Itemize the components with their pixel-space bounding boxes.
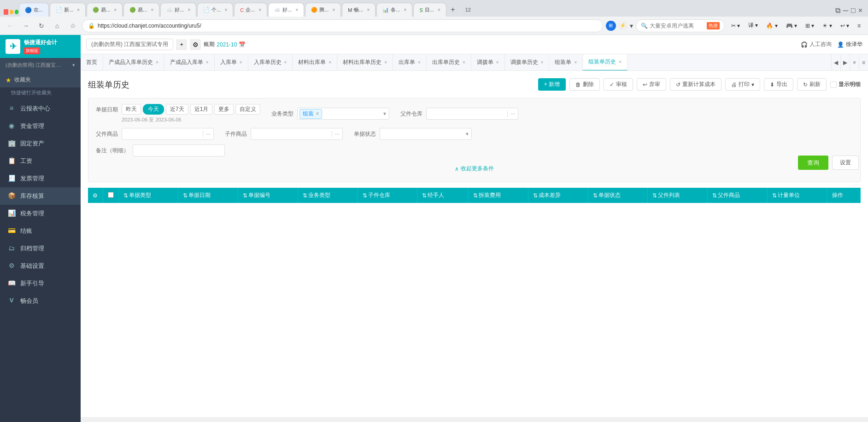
nav-tab-assemble[interactable]: 组装单 × xyxy=(549,54,583,71)
browser-tab-2[interactable]: 📄 新... × xyxy=(50,3,86,17)
nav-tab-mat-out[interactable]: 材料出库单 × xyxy=(293,54,337,71)
browser-tab-6[interactable]: 📄 个... × xyxy=(197,3,233,17)
column-settings-icon[interactable]: ⚙ xyxy=(93,192,98,199)
address-bar[interactable]: 🔒 https://cloud.chanjet.com/accounting/u… xyxy=(82,19,603,32)
tab-more-options[interactable]: ≡ xyxy=(859,54,868,71)
business-type-input-area[interactable]: 组装 × ▾ xyxy=(297,108,389,120)
browser-tab-7[interactable]: C 企... × xyxy=(234,3,267,17)
theme-btn[interactable]: ☀ ▾ xyxy=(819,22,835,30)
th-disassemble-cost[interactable]: ⇅ 拆装费用 xyxy=(469,188,528,203)
parent-warehouse-input-field[interactable] xyxy=(427,110,507,117)
recalculate-btn[interactable]: ↺ 重新计算成本 xyxy=(670,78,721,91)
query-btn[interactable]: 查询 xyxy=(798,156,828,170)
calendar-icon[interactable]: 📅 xyxy=(239,41,246,48)
sidebar-item-checkout[interactable]: 💳 结账 xyxy=(0,222,81,240)
sidebar-item-fixed-assets[interactable]: 🏢 固定资产 xyxy=(0,135,81,152)
win-min[interactable] xyxy=(10,10,13,14)
tab-close-2[interactable]: × xyxy=(77,7,80,12)
order-status-input[interactable] xyxy=(380,131,463,137)
parent-warehouse-input[interactable]: ··· xyxy=(426,108,518,120)
sidebar-item-cloud-report[interactable]: ≡ 云报表中心 xyxy=(0,100,81,117)
parent-goods-more[interactable]: ··· xyxy=(203,131,213,137)
translate-btn[interactable]: 译 ▾ xyxy=(745,21,762,30)
date-custom-btn[interactable]: 自定义 xyxy=(235,104,260,115)
th-unit[interactable]: ⇅ 计量单位 xyxy=(768,188,827,203)
back-btn[interactable]: ← xyxy=(4,19,17,32)
close-in-hist[interactable]: × xyxy=(284,60,287,65)
close-out-order[interactable]: × xyxy=(418,60,421,65)
child-goods-more[interactable]: ··· xyxy=(332,131,342,137)
nav-tab-in-hist[interactable]: 入库单历史 × xyxy=(248,54,293,71)
th-order-no[interactable]: ⇅ 单据编号 xyxy=(238,188,298,203)
search-input[interactable] xyxy=(650,23,705,29)
th-order-status[interactable]: ⇅ 单据状态 xyxy=(588,188,648,203)
child-goods-input[interactable]: ··· xyxy=(251,128,343,140)
date-1month-btn[interactable]: 近1月 xyxy=(190,104,213,115)
sidebar-favorites[interactable]: ★ 收藏夹 xyxy=(0,72,81,87)
sidebar-item-tax[interactable]: 📊 税务管理 xyxy=(0,205,81,222)
close-mat-out-hist[interactable]: × xyxy=(384,60,387,65)
ext-dropdown[interactable]: ▾ xyxy=(630,22,633,29)
maximize-btn[interactable]: □ xyxy=(851,6,856,15)
th-parent-goods[interactable]: ⇅ 父件商品 xyxy=(708,188,768,203)
close-assemble[interactable]: × xyxy=(574,60,577,65)
nav-tab-prod-in-hist[interactable]: 产成品入库单历史 × xyxy=(103,54,164,71)
nav-tab-assemble-hist[interactable]: 组装单历史 × xyxy=(583,54,628,71)
sidebar-item-archive[interactable]: 🗂 归档管理 xyxy=(0,240,81,257)
game-btn[interactable]: 🎮 ▾ xyxy=(782,22,801,30)
forward-btn[interactable]: → xyxy=(19,19,32,32)
close-prod-in[interactable]: × xyxy=(206,60,209,65)
abandon-btn[interactable]: ↩ 弃审 xyxy=(637,78,666,91)
notes-input[interactable] xyxy=(133,145,225,156)
close-window-btn[interactable]: × xyxy=(858,6,862,15)
sidebar-item-invoice[interactable]: 🧾 发票管理 xyxy=(0,170,81,187)
bookmark-btn[interactable]: ☆ xyxy=(66,19,79,32)
browser-tab-3[interactable]: 🟢 易... × xyxy=(87,3,123,17)
ext-grid[interactable]: ⊞ xyxy=(606,21,616,31)
date-7days-btn[interactable]: 近7天 xyxy=(166,104,188,115)
date-today-btn[interactable]: 今天 xyxy=(143,104,164,115)
business-type-dropdown[interactable]: ▾ xyxy=(381,110,389,117)
browser-tab-12[interactable]: S 目... × xyxy=(413,3,446,17)
nav-tab-adjust[interactable]: 调拨单 × xyxy=(471,54,505,71)
browser-tab-9[interactable]: 🟠 腾... × xyxy=(305,3,341,17)
th-order-date[interactable]: ⇅ 单据日期 xyxy=(178,188,238,203)
service-btn[interactable]: 🎧 人工咨询 xyxy=(801,40,832,48)
grid-btn[interactable]: ⊞ ▾ xyxy=(802,22,818,30)
sidebar-item-salary[interactable]: 📋 工资 xyxy=(0,152,81,170)
th-cost-diff[interactable]: ⇅ 成本差异 xyxy=(528,188,588,203)
export-btn[interactable]: ⬇ 导出 xyxy=(764,78,793,91)
tab-count-badge[interactable]: 12 xyxy=(463,3,473,17)
scissors-btn[interactable]: ✂ ▾ xyxy=(727,22,744,30)
add-btn[interactable]: + 新增 xyxy=(538,78,566,91)
home-btn[interactable]: ⌂ xyxy=(51,19,64,32)
sidebar-item-settings[interactable]: ⚙ 基础设置 xyxy=(0,257,81,275)
close-assemble-hist[interactable]: × xyxy=(619,59,622,64)
th-biz-type[interactable]: ⇅ 业务类型 xyxy=(298,188,358,203)
tab-scroll-right[interactable]: ▶ xyxy=(840,54,850,71)
refresh-page-btn[interactable]: ↻ 刷新 xyxy=(797,78,827,91)
settings-gear-btn[interactable]: ⚙ xyxy=(190,39,201,50)
sidebar-favorites-sub[interactable]: 快捷键打开收藏夹 xyxy=(0,87,81,100)
minimize-btn[interactable]: ─ xyxy=(843,6,848,15)
nav-tab-adjust-hist[interactable]: 调拨单历史 × xyxy=(505,54,550,71)
nav-tab-out-hist[interactable]: 出库单历史 × xyxy=(427,54,471,71)
restore-btn[interactable]: ⧉ xyxy=(835,6,840,15)
ext-speed[interactable]: ⚡ xyxy=(618,21,628,31)
close-in-order[interactable]: × xyxy=(240,60,242,65)
nav-tab-prod-in[interactable]: 产成品入库单 × xyxy=(164,54,215,71)
user-menu[interactable]: 👤 徐泽华 xyxy=(837,40,862,48)
sidebar-item-guide[interactable]: 📖 新手引导 xyxy=(0,275,81,292)
nav-tab-home[interactable]: 首页 xyxy=(81,54,103,71)
tab-close-all[interactable]: × xyxy=(850,54,859,71)
refresh-btn[interactable]: ↻ xyxy=(35,19,48,32)
nav-tab-mat-out-hist[interactable]: 材料出库单历史 × xyxy=(337,54,393,71)
parent-warehouse-more[interactable]: ··· xyxy=(507,110,518,117)
menu-btn[interactable]: ≡ xyxy=(854,22,864,30)
close-adjust-hist[interactable]: × xyxy=(541,60,544,65)
browser-tab-11[interactable]: 📊 各... × xyxy=(376,3,412,17)
th-handler[interactable]: ⇅ 经手人 xyxy=(417,188,469,203)
date-more-btn[interactable]: 更多 xyxy=(214,104,234,115)
select-all-checkbox[interactable] xyxy=(108,192,114,198)
close-mat-out[interactable]: × xyxy=(328,60,331,65)
